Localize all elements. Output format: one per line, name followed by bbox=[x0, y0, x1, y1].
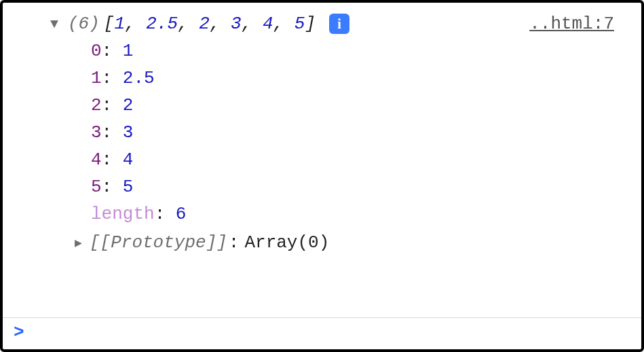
entry-value: 2 bbox=[123, 95, 134, 116]
entry-index: 2 bbox=[91, 95, 102, 116]
expand-caret-right-icon[interactable]: ▶ bbox=[75, 235, 88, 250]
prompt-caret-icon: > bbox=[14, 322, 24, 342]
entry-index: 4 bbox=[91, 149, 102, 170]
entry-index: 3 bbox=[91, 122, 102, 143]
close-bracket: ] bbox=[305, 14, 316, 34]
entry-value: 1 bbox=[123, 41, 134, 61]
array-length-count: (6) bbox=[68, 14, 100, 34]
entry-value: 5 bbox=[123, 177, 134, 197]
prototype-value: Array(0) bbox=[244, 232, 329, 253]
open-bracket: [ bbox=[104, 14, 115, 34]
array-summary-row[interactable]: ▼ (6) [1, 2.5, 2, 3, 4, 5] i ..html:7 bbox=[50, 14, 628, 34]
expand-caret-down-icon[interactable]: ▼ bbox=[50, 16, 64, 32]
preview-value: 4 bbox=[263, 14, 273, 34]
preview-value: 5 bbox=[295, 14, 305, 34]
length-entry[interactable]: length: 6 bbox=[91, 204, 628, 224]
array-entry[interactable]: 1: 2.5 bbox=[91, 68, 628, 88]
array-preview: [1, 2.5, 2, 3, 4, 5] bbox=[104, 14, 316, 34]
array-entry[interactable]: 0: 1 bbox=[91, 41, 628, 61]
entry-value: 4 bbox=[123, 149, 134, 170]
array-entry[interactable]: 2: 2 bbox=[91, 95, 628, 116]
entry-index: 5 bbox=[91, 177, 102, 197]
array-entries: 0: 1 1: 2.5 2: 2 3: 3 4: 4 5: 5 length: … bbox=[91, 41, 628, 231]
entry-value: 2.5 bbox=[123, 68, 155, 88]
length-value: 6 bbox=[176, 204, 187, 224]
entry-value: 3 bbox=[123, 122, 134, 143]
array-entry[interactable]: 3: 3 bbox=[91, 122, 628, 143]
info-icon[interactable]: i bbox=[329, 14, 349, 34]
entry-index: 1 bbox=[91, 68, 102, 88]
preview-value: 1 bbox=[114, 14, 125, 34]
array-entry[interactable]: 4: 4 bbox=[91, 149, 628, 170]
array-entry[interactable]: 5: 5 bbox=[91, 177, 628, 197]
prototype-label: [[Prototype]] bbox=[90, 232, 227, 253]
preview-value: 2.5 bbox=[146, 14, 178, 34]
preview-value: 2 bbox=[199, 14, 210, 34]
preview-value: 3 bbox=[231, 14, 242, 34]
prototype-row[interactable]: ▶ [[Prototype]]: Array(0) bbox=[75, 232, 628, 253]
source-link[interactable]: ..html:7 bbox=[529, 14, 628, 34]
length-label: length bbox=[91, 204, 155, 224]
console-prompt-row[interactable]: > bbox=[3, 317, 641, 342]
entry-index: 0 bbox=[91, 41, 102, 61]
